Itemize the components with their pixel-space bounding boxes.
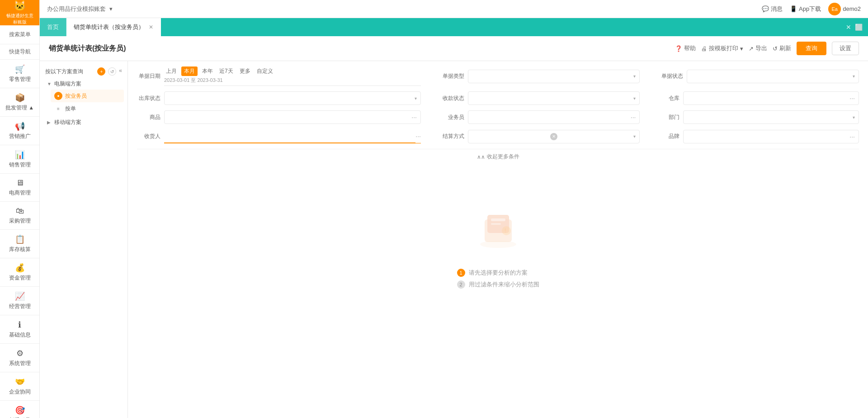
left-panel-header: 按以下方案查询 + ↺ «: [40, 65, 127, 78]
filter-section: 单据日期 上月 本月 本年 近7天 更多 自定义 2023-03-01 至 20…: [128, 61, 868, 170]
date-tab-last-7-days[interactable]: 近7天: [217, 66, 235, 76]
settlement-select[interactable]: ✕ ▾: [468, 130, 640, 143]
tree-node-mobile[interactable]: ▶ 移动端方案: [43, 117, 124, 128]
filter-row-3: 商品 ··· 业务员 ···: [137, 110, 859, 124]
quick-nav-label[interactable]: 快捷导航: [9, 46, 31, 57]
logo-text: 畅捷通好生意: [6, 13, 33, 19]
sidebar-item-finance[interactable]: 💰 资金管理: [0, 258, 40, 287]
purchase-icon: 🛍: [16, 206, 24, 216]
breadcrumb-text: 办公用品行业模拟账套: [47, 5, 106, 13]
export-button[interactable]: ↗ 导出: [749, 44, 767, 52]
brand-select[interactable]: ···: [683, 130, 859, 143]
sidebar-item-system[interactable]: ⚙ 系统管理: [0, 344, 40, 372]
tree-node-desktop[interactable]: ▼ 电脑端方案: [43, 78, 124, 90]
window-maximize-icon[interactable]: ⬜: [855, 24, 863, 31]
consignee-input[interactable]: [164, 129, 415, 143]
app-download-icon: 📱: [790, 5, 797, 12]
date-tab-more[interactable]: 更多: [238, 66, 252, 76]
template-print-button[interactable]: 🖨 按模板打印 ▾: [701, 44, 743, 52]
sidebar-item-operation[interactable]: 📈 经营管理: [0, 287, 40, 315]
sidebar-item-sales[interactable]: 📊 销售管理: [0, 145, 40, 174]
goods-select[interactable]: ···: [164, 110, 421, 124]
sidebar-item-enterprise[interactable]: 🤝 企业协同: [0, 372, 40, 401]
refresh-label: 刷新: [779, 44, 791, 52]
user-menu[interactable]: Ea demo2: [828, 3, 861, 15]
empty-state: ! 1 请先选择要分析的方案 2 用过滤条件来缩小分析范围: [128, 170, 868, 325]
date-label: 单据日期: [137, 72, 164, 80]
filter-item-salesperson: 业务员 ···: [437, 110, 640, 124]
template-print-arrow-icon: ▾: [740, 45, 743, 52]
empty-tip-1-text: 请先选择要分析的方案: [469, 269, 528, 277]
message-icon: 💬: [762, 5, 769, 12]
date-tab-this-month[interactable]: 本月: [181, 66, 198, 76]
newbie-icon: 🎯: [15, 405, 25, 415]
collapse-filters-button[interactable]: ∧∧ 收起更多条件: [137, 149, 859, 164]
tree-child-by-salesperson[interactable]: ● 按业务员: [51, 90, 124, 102]
tree-desktop-arrow-icon: ▼: [47, 81, 52, 86]
settlement-clear-button[interactable]: ✕: [550, 133, 557, 140]
sidebar-item-ecommerce[interactable]: 🖥 电商管理: [0, 174, 40, 202]
app-download-label: App下载: [799, 5, 821, 13]
sidebar-quick-nav[interactable]: 快捷导航: [0, 44, 40, 60]
sidebar-logo[interactable]: 🐱 畅捷通好生意 标账版: [0, 0, 40, 25]
date-tab-custom[interactable]: 自定义: [255, 66, 275, 76]
doc-status-label: 单据状态: [656, 72, 687, 80]
sidebar-item-wholesale[interactable]: 📦 批发管理 ▲: [0, 88, 40, 117]
empty-tip-2: 2 用过滤条件来缩小分析范围: [457, 280, 539, 289]
out-status-select[interactable]: ▾: [164, 91, 421, 105]
date-tab-this-year[interactable]: 本年: [200, 66, 215, 76]
filter-row-1: 单据日期 上月 本月 本年 近7天 更多 自定义 2023-03-01 至 20…: [137, 66, 859, 86]
filter-item-brand: 品牌 ···: [656, 130, 859, 143]
receipt-status-label: 收款状态: [437, 95, 468, 102]
empty-tips: 1 请先选择要分析的方案 2 用过滤条件来缩小分析范围: [457, 269, 539, 289]
right-panel: 单据日期 上月 本月 本年 近7天 更多 自定义 2023-03-01 至 20…: [128, 61, 868, 418]
salesperson-label: 业务员: [437, 114, 468, 121]
sidebar-item-basic[interactable]: ℹ 基础信息: [0, 315, 40, 344]
wholesale-label: 批发管理 ▲: [5, 104, 34, 112]
wholesale-icon: 📦: [15, 93, 25, 103]
department-select[interactable]: ▾: [683, 110, 859, 124]
tab-sales-stats[interactable]: 销货单统计表（按业务员） ✕: [66, 18, 161, 36]
doc-type-select[interactable]: ▾: [468, 70, 640, 83]
user-name: demo2: [843, 5, 861, 12]
left-panel-header-icons: + ↺ «: [97, 67, 122, 76]
tab-close-icon[interactable]: ✕: [149, 24, 153, 30]
template-print-icon: 🖨: [701, 45, 707, 52]
sidebar-item-retail[interactable]: 🛒 零售管理: [0, 60, 40, 88]
settings-button[interactable]: 设置: [832, 42, 859, 55]
sidebar-item-purchase[interactable]: 🛍 采购管理: [0, 202, 40, 230]
breadcrumb-arrow-icon[interactable]: ▾: [109, 5, 113, 12]
refresh-scheme-button[interactable]: ↺: [108, 67, 116, 76]
date-range-display: 2023-03-01 至 2023-03-31: [164, 77, 421, 84]
collapse-up-icon: ∧∧: [477, 154, 485, 160]
window-close-icon[interactable]: ✕: [846, 24, 851, 31]
collapse-left-panel-button[interactable]: «: [119, 67, 122, 76]
query-button[interactable]: 查询: [797, 42, 826, 55]
sidebar-item-inventory[interactable]: 📋 库存核算: [0, 230, 40, 258]
sidebar-search[interactable]: 搜索菜单: [0, 25, 40, 44]
app-download-button[interactable]: 📱 App下载: [790, 5, 821, 13]
refresh-button[interactable]: ↺ 刷新: [773, 44, 791, 52]
settlement-arrow-icon: ▾: [633, 134, 636, 139]
doc-status-select[interactable]: ▾: [687, 70, 859, 83]
marketing-icon: 📢: [15, 121, 25, 131]
salesperson-select[interactable]: ···: [468, 110, 640, 124]
search-menu-label[interactable]: 搜索菜单: [9, 29, 31, 40]
tree-child-by-order[interactable]: ≡ 按单: [51, 102, 124, 115]
warehouse-select[interactable]: ···: [683, 91, 859, 105]
message-button[interactable]: 💬 消息: [762, 5, 783, 13]
tab-home[interactable]: 首页: [40, 18, 66, 36]
date-tab-last-month[interactable]: 上月: [164, 66, 179, 76]
add-scheme-button[interactable]: +: [97, 67, 105, 76]
help-button[interactable]: ❓ 帮助: [675, 44, 696, 52]
help-icon: ❓: [675, 45, 682, 52]
sidebar-item-newbie[interactable]: 🎯 新手引导: [0, 401, 40, 418]
sidebar-item-marketing[interactable]: 📢 营销推广: [0, 117, 40, 145]
filter-item-goods: 商品 ···: [137, 110, 421, 124]
template-print-label: 按模板打印: [709, 44, 738, 52]
svg-text:!: !: [505, 228, 506, 234]
out-status-arrow-icon: ▾: [415, 96, 417, 101]
goods-label: 商品: [137, 114, 164, 121]
receipt-status-select[interactable]: ▾: [468, 91, 640, 105]
left-panel-title: 按以下方案查询: [45, 68, 83, 76]
